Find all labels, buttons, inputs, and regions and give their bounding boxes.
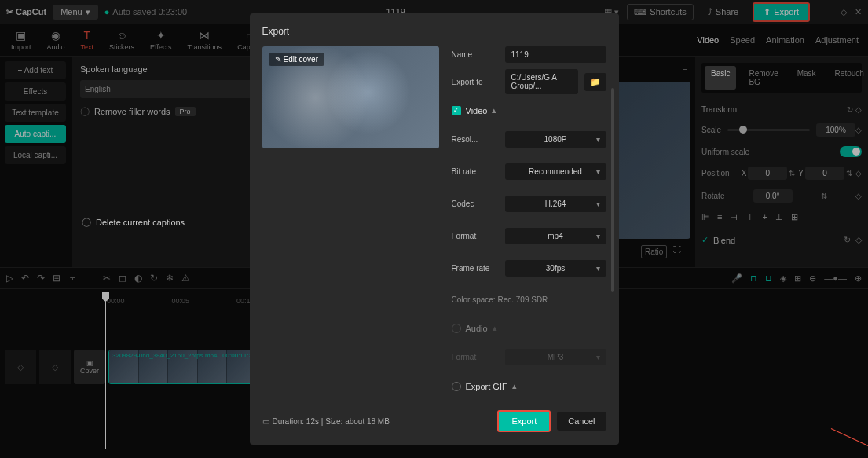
- video-section-label: Video: [466, 106, 488, 115]
- codec-label: Codec: [452, 200, 499, 208]
- cover-preview: ✎ Edit cover: [262, 46, 439, 148]
- video-checkbox[interactable]: ✓: [452, 106, 461, 115]
- delete-captions-checkbox[interactable]: ◯: [82, 217, 91, 227]
- edit-cover-button[interactable]: ✎ Edit cover: [269, 53, 324, 66]
- format-select[interactable]: mp4: [505, 228, 606, 244]
- codec-select[interactable]: H.264: [505, 196, 606, 212]
- name-label: Name: [452, 50, 499, 59]
- cancel-button[interactable]: Cancel: [557, 412, 606, 431]
- folder-icon[interactable]: 📁: [584, 73, 606, 91]
- colorspace-label: Color space: Rec. 709 SDR: [452, 295, 606, 304]
- export-button[interactable]: Export: [497, 410, 551, 432]
- resolution-label: Resol...: [452, 135, 499, 144]
- gif-section-label: Export GIF: [466, 382, 507, 391]
- audio-section-label: Audio: [466, 324, 488, 333]
- modal-title: Export: [262, 26, 606, 37]
- bitrate-label: Bit rate: [452, 167, 499, 176]
- audio-checkbox[interactable]: [452, 324, 461, 333]
- gif-checkbox[interactable]: [452, 382, 461, 391]
- audio-format-label: Format: [452, 353, 499, 361]
- bitrate-select[interactable]: Recommended: [505, 163, 606, 180]
- framerate-label: Frame rate: [452, 264, 499, 273]
- delete-captions-label: Delete current captions: [96, 218, 185, 227]
- audio-format-select: MP3: [505, 349, 606, 365]
- exportto-label: Export to: [452, 78, 499, 86]
- framerate-select[interactable]: 30fps: [505, 260, 606, 277]
- resolution-select[interactable]: 1080P: [505, 131, 606, 148]
- path-input[interactable]: C:/Users/G A Group/...: [505, 69, 578, 94]
- duration-label: ▭ Duration: 12s | Size: about 18 MB: [262, 417, 390, 426]
- modal-scrollbar[interactable]: [611, 88, 614, 292]
- format-label: Format: [452, 232, 499, 240]
- annotation-arrow: [830, 428, 868, 456]
- name-input[interactable]: 1119: [505, 46, 606, 63]
